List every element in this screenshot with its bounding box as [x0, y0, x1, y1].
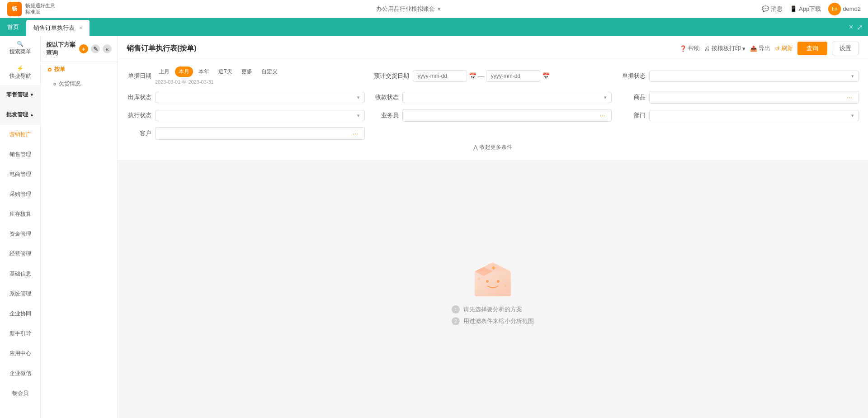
salesperson-input[interactable]: ···: [402, 109, 612, 122]
scheme-item-arrears[interactable]: 欠货情况: [41, 77, 117, 91]
print-icon: 🖨: [704, 45, 710, 52]
sidebar-item-wholesale[interactable]: 批发管理 ▲: [0, 105, 40, 125]
sidebar-item-search-menu[interactable]: 🔍 搜索菜单: [0, 36, 40, 61]
sidebar-item-member[interactable]: 畅会员: [0, 384, 40, 404]
left-panel-header: 按以下方案查询 + ✎ «: [41, 36, 117, 62]
date-btn-more[interactable]: 更多: [238, 66, 256, 77]
delivery-date-end[interactable]: [486, 70, 540, 82]
account-name: 办公用品行业模拟账套: [376, 5, 435, 13]
refresh-icon: ↺: [775, 45, 780, 52]
status-select[interactable]: ▾: [649, 71, 859, 82]
date-btn-last-month[interactable]: 上月: [155, 66, 173, 77]
print-dropdown-icon[interactable]: ▾: [742, 45, 745, 52]
sidebar-item-marketing[interactable]: 营销推广: [0, 125, 40, 145]
sidebar-item-purchase[interactable]: 采购管理: [0, 185, 40, 204]
message-btn[interactable]: 💬 消息: [762, 5, 783, 13]
empty-illustration: ✦ ✦ ✦: [466, 253, 520, 300]
execute-select[interactable]: ▾: [155, 110, 365, 121]
hint-num-1: 1: [452, 305, 460, 314]
empty-box-svg: ✦ ✦ ✦: [466, 253, 520, 299]
sidebar-item-retail[interactable]: 零售管理 ▼: [0, 85, 40, 105]
svg-text:✦: ✦: [504, 284, 507, 288]
app-title: 畅捷通好生意 标准版: [25, 3, 55, 14]
date-btn-this-month[interactable]: 本月: [175, 66, 193, 77]
sidebar-item-app-center[interactable]: 应用中心: [0, 344, 40, 364]
hint-num-2: 2: [452, 317, 460, 325]
left-panel-title: 按以下方案查询: [46, 41, 76, 57]
collapse-label: 收起更多条件: [480, 143, 512, 151]
sidebar-item-inventory[interactable]: 库存核算: [0, 204, 40, 224]
export-icon: 📤: [750, 45, 757, 52]
content-header: 销售订单执行表(按单) ❓ 帮助 🖨 按模板打印 ▾ 📤 导出 ↺ 刷新: [118, 36, 868, 59]
customer-more-icon[interactable]: ···: [351, 130, 360, 137]
sidebar-item-operations[interactable]: 经营管理: [0, 244, 40, 264]
payment-select[interactable]: ▾: [402, 92, 612, 103]
delivery-date-start[interactable]: [413, 70, 467, 82]
status-filter-cell: 单据状态 ▾: [621, 66, 859, 86]
print-btn[interactable]: 🖨 按模板打印 ▾: [704, 44, 745, 52]
empty-hints: 1 请先选择要分析的方案 2 用过滤条件来缩小分析范围: [452, 305, 534, 325]
calendar-icon-end[interactable]: 📅: [542, 72, 550, 80]
chevron-down-icon: ▼: [30, 92, 34, 97]
collapse-icon: «: [105, 46, 108, 52]
export-btn[interactable]: 📤 导出: [750, 44, 770, 52]
date-btn-this-year[interactable]: 本年: [195, 66, 213, 77]
payment-filter-cell: 收款状态 ▾: [374, 91, 612, 104]
sidebar-item-system[interactable]: 系统管理: [0, 284, 40, 304]
app-download-btn[interactable]: 📱 App下载: [790, 5, 821, 13]
customer-input[interactable]: ···: [155, 127, 365, 140]
salesperson-more-icon[interactable]: ···: [598, 112, 607, 119]
chevron-up-icon: ⋀: [473, 144, 478, 151]
dept-select[interactable]: ▾: [649, 110, 859, 121]
refresh-btn[interactable]: ↺ 刷新: [775, 44, 793, 52]
goods-more-icon[interactable]: ···: [845, 94, 854, 101]
salesperson-filter-cell: 业务员 ···: [374, 109, 612, 122]
user-avatar[interactable]: Ea demo2: [828, 3, 861, 15]
settings-btn[interactable]: 设置: [832, 42, 859, 55]
help-btn[interactable]: ❓ 帮助: [679, 44, 700, 52]
expected-delivery-label: 预计交货日期: [374, 72, 409, 80]
sidebar-item-sales[interactable]: 销售管理: [0, 145, 40, 165]
sidebar-item-wechat[interactable]: 企业微信: [0, 364, 40, 384]
phone-icon: 📱: [790, 5, 797, 12]
top-header: 畅 畅捷通好生意 标准版 办公用品行业模拟账套 ▾ 💬 消息 📱 App下载 E…: [0, 0, 868, 18]
scheme-item-order[interactable]: 按单: [41, 62, 117, 77]
add-scheme-btn[interactable]: +: [79, 44, 88, 53]
date-btn-7days[interactable]: 近7天: [215, 66, 236, 77]
sidebar-item-finance[interactable]: 资金管理: [0, 224, 40, 244]
ship-select[interactable]: ▾: [155, 92, 365, 103]
sidebar-item-enterprise[interactable]: 企业协同: [0, 304, 40, 324]
collapse-panel-btn[interactable]: «: [103, 44, 112, 53]
main-layout: 🔍 搜索菜单 ⚡ 快捷导航 零售管理 ▼ 批发管理 ▲ 营销推广 销售管理 电商…: [0, 36, 868, 418]
tab-expand-action[interactable]: ⤢: [857, 23, 863, 32]
tab-close-icon[interactable]: ×: [79, 25, 82, 31]
empty-state: ✦ ✦ ✦ 1 请先选择要分析的方案 2 用过滤条件来缩小分析范围: [118, 161, 868, 418]
date-range-text: 2023-03-01 至 2023-03-31: [155, 79, 365, 86]
collapse-filters-btn[interactable]: ⋀ 收起更多条件: [127, 142, 859, 153]
sidebar-item-quick-nav[interactable]: ⚡ 快捷导航: [0, 61, 40, 85]
goods-input[interactable]: ···: [649, 91, 859, 104]
query-btn[interactable]: 查询: [797, 42, 827, 55]
dept-label: 部门: [621, 111, 646, 119]
lightning-icon: ⚡: [17, 65, 24, 71]
execute-filter-cell: 执行状态 ▾: [127, 109, 365, 122]
tab-close-action[interactable]: ×: [849, 23, 853, 31]
payment-label: 收款状态: [374, 93, 399, 101]
customer-label: 客户: [127, 129, 151, 138]
sidebar-item-ecommerce[interactable]: 电商管理: [0, 165, 40, 185]
tab-sales-order[interactable]: 销售订单执行表 ×: [26, 20, 90, 36]
dropdown-icon[interactable]: ▾: [438, 5, 441, 12]
dept-filter-cell: 部门 ▾: [621, 109, 859, 122]
salesperson-label: 业务员: [374, 111, 399, 119]
execute-dropdown-icon: ▾: [357, 113, 360, 119]
tab-home[interactable]: 首页: [0, 18, 26, 36]
plus-icon: +: [82, 46, 85, 52]
sidebar-item-newbie[interactable]: 新手引导: [0, 324, 40, 344]
sidebar-item-basic-info[interactable]: 基础信息: [0, 264, 40, 284]
calendar-icon-start[interactable]: 📅: [469, 72, 476, 80]
tab-sales-order-label: 销售订单执行表: [33, 24, 75, 32]
customer-filter-cell: 客户 ···: [127, 127, 365, 140]
content-header-actions: ❓ 帮助 🖨 按模板打印 ▾ 📤 导出 ↺ 刷新 查询 设置: [679, 42, 859, 55]
date-btn-custom[interactable]: 自定义: [258, 66, 281, 77]
edit-scheme-btn[interactable]: ✎: [91, 44, 100, 53]
